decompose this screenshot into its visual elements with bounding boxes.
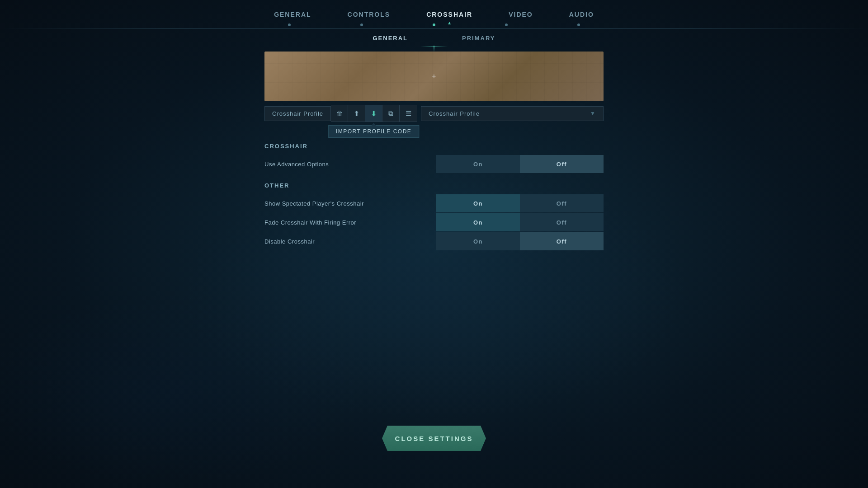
profile-bar: Crosshair Profile 🗑 ⬆ ⬇ IMPORT PROFILE C… bbox=[264, 105, 604, 122]
profile-dropdown-value: Crosshair Profile bbox=[429, 110, 480, 117]
fade-crosshair-label: Fade Crosshair With Firing Error bbox=[264, 215, 436, 230]
import-tooltip: IMPORT PROFILE CODE bbox=[328, 125, 419, 138]
upload-icon: ⬆ bbox=[354, 109, 359, 118]
disable-crosshair-off[interactable]: Off bbox=[520, 232, 604, 250]
copy-icon: ⧉ bbox=[388, 109, 393, 117]
dropdown-arrow-icon: ▼ bbox=[590, 110, 596, 117]
subnav-primary[interactable]: PRIMARY bbox=[462, 33, 495, 43]
delete-profile-button[interactable]: 🗑 bbox=[331, 105, 348, 122]
show-spectated-label: Show Spectated Player's Crosshair bbox=[264, 196, 436, 211]
nav-dots-row bbox=[271, 23, 597, 26]
disable-crosshair-label: Disable Crosshair bbox=[264, 234, 436, 249]
crosshair-preview-symbol bbox=[429, 72, 439, 81]
nav-item-audio[interactable]: AUDIO bbox=[569, 8, 594, 21]
show-spectated-row: Show Spectated Player's Crosshair On Off bbox=[264, 194, 604, 212]
crosshair-section: CROSSHAIR Use Advanced Options On Off bbox=[264, 143, 604, 173]
nav-dot-general bbox=[288, 23, 291, 26]
nav-item-general[interactable]: GENERAL bbox=[274, 8, 311, 21]
profile-dropdown[interactable]: Crosshair Profile ▼ bbox=[421, 106, 604, 121]
settings-content: CROSSHAIR Use Advanced Options On Off OT… bbox=[264, 143, 604, 251]
other-section-label: OTHER bbox=[264, 182, 604, 189]
nav-dot-audio bbox=[577, 23, 580, 26]
crosshair-section-label: CROSSHAIR bbox=[264, 143, 604, 150]
nav-item-video[interactable]: VIDEO bbox=[509, 8, 533, 21]
use-advanced-options-row: Use Advanced Options On Off bbox=[264, 155, 604, 173]
nav-item-crosshair[interactable]: CROSSHAIR bbox=[426, 8, 472, 21]
close-settings-button[interactable]: CLOSE SETTINGS bbox=[382, 426, 486, 451]
subnav-general[interactable]: GENERAL bbox=[373, 33, 408, 43]
sub-nav: GENERAL PRIMARY bbox=[373, 33, 495, 43]
disable-crosshair-row: Disable Crosshair On Off bbox=[264, 232, 604, 250]
fade-crosshair-off[interactable]: Off bbox=[520, 213, 604, 231]
profile-actions: 🗑 ⬆ ⬇ IMPORT PROFILE CODE ⧉ ☰ bbox=[331, 105, 417, 122]
show-spectated-on[interactable]: On bbox=[436, 194, 520, 212]
subnav-connector bbox=[434, 46, 434, 52]
use-advanced-options-on[interactable]: On bbox=[436, 155, 520, 173]
options-profile-button[interactable]: ☰ bbox=[400, 105, 417, 122]
delete-icon: 🗑 bbox=[336, 110, 343, 117]
nav-divider bbox=[0, 28, 868, 28]
fade-crosshair-on[interactable]: On bbox=[436, 213, 520, 231]
other-section: OTHER Show Spectated Player's Crosshair … bbox=[264, 182, 604, 250]
copy-profile-button[interactable]: ⧉ bbox=[382, 105, 400, 122]
top-nav: GENERAL CONTROLS CROSSHAIR VIDEO AUDIO bbox=[274, 0, 594, 21]
nav-dot-controls bbox=[360, 23, 363, 26]
show-spectated-off[interactable]: Off bbox=[520, 194, 604, 212]
import-profile-button[interactable]: ⬇ IMPORT PROFILE CODE bbox=[365, 105, 382, 122]
show-spectated-toggle: On Off bbox=[436, 194, 604, 212]
nav-dot-crosshair bbox=[433, 23, 435, 26]
download-icon: ⬇ bbox=[371, 109, 377, 118]
disable-crosshair-toggle: On Off bbox=[436, 232, 604, 250]
profile-label: Crosshair Profile bbox=[264, 106, 331, 121]
export-profile-button[interactable]: ⬆ bbox=[348, 105, 365, 122]
fade-crosshair-toggle: On Off bbox=[436, 213, 604, 231]
options-icon: ☰ bbox=[406, 109, 411, 117]
fade-crosshair-row: Fade Crosshair With Firing Error On Off bbox=[264, 213, 604, 231]
use-advanced-options-label: Use Advanced Options bbox=[264, 156, 436, 172]
nav-dot-video bbox=[505, 23, 508, 26]
use-advanced-options-off[interactable]: Off bbox=[520, 155, 604, 173]
crosshair-preview-area bbox=[264, 52, 604, 101]
main-container: GENERAL CONTROLS CROSSHAIR VIDEO AUDIO G… bbox=[0, 0, 868, 488]
disable-crosshair-on[interactable]: On bbox=[436, 232, 520, 250]
use-advanced-options-toggle: On Off bbox=[436, 155, 604, 173]
nav-item-controls[interactable]: CONTROLS bbox=[348, 8, 391, 21]
